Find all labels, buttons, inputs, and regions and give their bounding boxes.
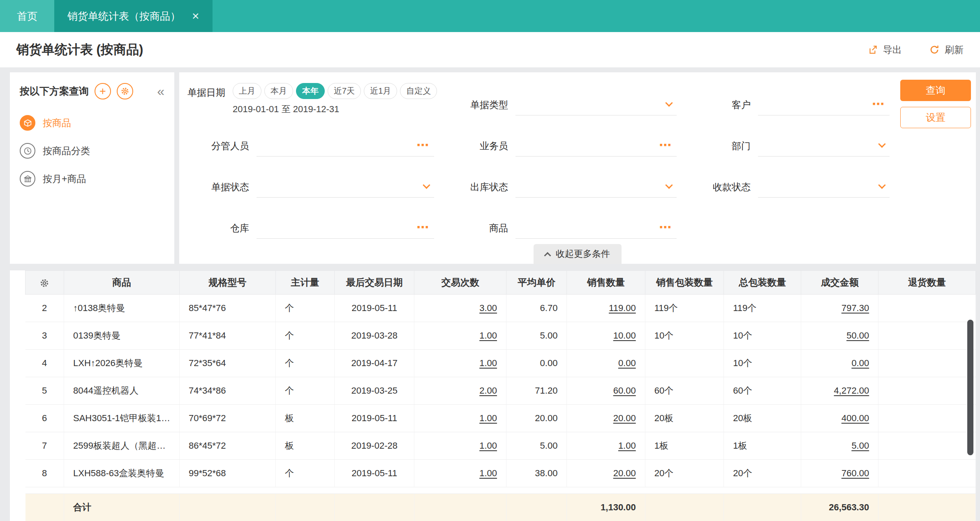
total-cell-product: 合计	[64, 494, 179, 521]
salesman-picker[interactable]: ⋯	[515, 137, 677, 157]
query-scheme-sidebar: 按以下方案查询 + « 按商品按商品分类按月+商品	[10, 72, 174, 264]
cell-total_pkg_qty: 119个	[724, 295, 801, 322]
settings-button[interactable]: 设置	[900, 107, 971, 128]
scheme-settings-button[interactable]	[117, 83, 133, 99]
field-doc-date: 单据日期 上月本月本年近7天近1月自定义 2019-01-01 至 2019-1…	[187, 83, 434, 115]
payment-status-label: 收款状态	[689, 181, 751, 198]
sidebar-scheme-item-2[interactable]: 按月+商品	[20, 166, 164, 191]
column-header-amount[interactable]: 成交金额	[801, 271, 878, 295]
cell-total_pkg_qty: 10个	[724, 350, 801, 377]
collapse-more-conditions-button[interactable]: 收起更多条件	[534, 244, 622, 264]
drilldown-link[interactable]: 4,272.00	[834, 385, 869, 396]
doc-type-select[interactable]	[515, 96, 677, 115]
date-pill-4[interactable]: 近1月	[364, 83, 397, 99]
sidebar-scheme-item-1[interactable]: 按商品分类	[20, 138, 164, 164]
table-row[interactable]: 8LXH588-63盒装奥特曼99*52*68个2019-05-111.0038…	[25, 460, 976, 487]
tab-sales-statistics[interactable]: 销货单统计表（按商品） ×	[54, 0, 213, 32]
outbound-status-select[interactable]	[515, 178, 677, 198]
cell-return_qty	[878, 295, 976, 322]
close-icon[interactable]: ×	[192, 10, 199, 22]
field-payment-status: 收款状态	[689, 175, 890, 198]
table-row[interactable]: 4LXH↑2026奥特曼72*35*64个2019-04-171.000.000…	[25, 350, 976, 377]
drilldown-link[interactable]: 60.00	[613, 385, 636, 396]
department-select[interactable]	[758, 137, 890, 157]
cell-spec: 72*35*64	[179, 350, 275, 377]
drilldown-link[interactable]: 50.00	[846, 330, 869, 341]
drilldown-link[interactable]: 797.30	[841, 303, 869, 313]
cell-total_pkg_qty: 10个	[724, 322, 801, 350]
column-header-spec[interactable]: 规格型号	[179, 271, 275, 295]
add-scheme-button[interactable]: +	[95, 83, 111, 99]
top-tab-bar: 首页 销货单统计表（按商品） ×	[0, 0, 980, 32]
field-manager: 分管人员 ⋯	[187, 134, 434, 157]
cell-product: 0139奥特曼	[64, 322, 179, 350]
manager-picker[interactable]: ⋯	[257, 137, 434, 157]
date-pill-5[interactable]: 自定义	[400, 83, 437, 99]
drilldown-link[interactable]: 20.00	[613, 413, 636, 423]
drilldown-link[interactable]: 2.00	[479, 385, 497, 396]
drilldown-link[interactable]: 1.00	[479, 330, 497, 341]
query-button[interactable]: 查询	[900, 80, 971, 101]
doc-status-select[interactable]	[257, 178, 434, 198]
table-column-settings-gear-icon[interactable]	[25, 271, 64, 295]
product-label: 商品	[446, 222, 508, 239]
cell-sales_pkg_qty: 10个	[645, 322, 723, 350]
table-row[interactable]: 58044遥控机器人74*34*86个2019-03-252.0071.2060…	[25, 377, 976, 405]
column-header-total_pkg_qty[interactable]: 总包装数量	[724, 271, 801, 295]
drilldown-link[interactable]: 20.00	[613, 468, 636, 478]
drilldown-link[interactable]: 0.00	[618, 358, 636, 368]
cell-unit: 板	[276, 432, 335, 460]
column-header-sales_pkg_qty[interactable]: 销售包装数量	[645, 271, 723, 295]
table-row[interactable]: 6SAH3051-1铠甲板装1…70*69*72板2019-05-111.002…	[25, 405, 976, 432]
tab-home-label: 首页	[17, 9, 37, 23]
date-pill-3[interactable]: 近7天	[328, 83, 361, 99]
column-header-return_qty[interactable]: 退货数量	[878, 271, 976, 295]
drilldown-link[interactable]: 119.00	[609, 303, 636, 313]
drilldown-link[interactable]: 1.00	[479, 413, 497, 423]
cell-amount: 0.00	[801, 350, 878, 377]
table-row[interactable]: 30139奥特曼77*41*84个2019-03-281.005.0010.00…	[25, 322, 976, 350]
ellipsis-icon: ⋯	[659, 143, 672, 148]
warehouse-picker[interactable]: ⋯	[257, 219, 434, 239]
table-row[interactable]: 72599板装超人（黑超…86*45*72板2019-02-281.005.00…	[25, 432, 976, 460]
date-pill-1[interactable]: 本月	[264, 83, 293, 99]
date-range-text[interactable]: 2019-01-01 至 2019-12-31	[233, 103, 437, 115]
drilldown-link[interactable]: 1.00	[618, 440, 636, 451]
payment-status-select[interactable]	[758, 178, 890, 198]
drilldown-link[interactable]: 1.00	[479, 440, 497, 451]
column-header-avg_price[interactable]: 平均单价	[506, 271, 567, 295]
date-pill-0[interactable]: 上月	[233, 83, 261, 99]
column-header-last_date[interactable]: 最后交易日期	[335, 271, 414, 295]
column-header-unit[interactable]: 主计量	[276, 271, 335, 295]
export-button[interactable]: 导出	[867, 44, 902, 56]
column-header-times[interactable]: 交易次数	[414, 271, 506, 295]
drilldown-link[interactable]: 5.00	[851, 440, 869, 451]
drilldown-link[interactable]: 760.00	[841, 468, 869, 478]
refresh-button[interactable]: 刷新	[929, 44, 964, 56]
sidebar-scheme-item-0[interactable]: 按商品	[20, 110, 164, 136]
drilldown-link[interactable]: 1.00	[479, 358, 497, 368]
column-header-sales_qty[interactable]: 销售数量	[567, 271, 645, 295]
export-label: 导出	[883, 44, 902, 56]
column-header-product[interactable]: 商品	[64, 271, 179, 295]
total-cell-last_date	[335, 494, 414, 521]
total-cell-sales_qty: 1,130.00	[567, 494, 645, 521]
cell-avg_price: 0.00	[506, 350, 567, 377]
cell-return_qty	[878, 377, 976, 405]
date-to[interactable]: 2019-12-31	[293, 104, 340, 114]
drilldown-link[interactable]: 400.00	[841, 413, 869, 423]
drilldown-link[interactable]: 3.00	[479, 303, 497, 313]
tab-home[interactable]: 首页	[0, 0, 54, 32]
outbound-status-label: 出库状态	[446, 181, 508, 198]
date-from[interactable]: 2019-01-01	[233, 104, 279, 114]
table-row[interactable]: 2↑0138奥特曼85*47*76个2019-05-113.006.70119.…	[25, 295, 976, 322]
drilldown-link[interactable]: 1.00	[479, 468, 497, 478]
date-pill-2[interactable]: 本年	[296, 83, 325, 99]
drilldown-link[interactable]: 10.00	[613, 330, 636, 341]
field-product: 商品 ⋯	[446, 216, 677, 239]
customer-picker[interactable]: ⋯	[758, 96, 890, 115]
drilldown-link[interactable]: 0.00	[851, 358, 869, 368]
collapse-sidebar-icon[interactable]: «	[157, 85, 164, 98]
vertical-scrollbar[interactable]	[967, 320, 973, 455]
product-picker[interactable]: ⋯	[515, 219, 677, 239]
